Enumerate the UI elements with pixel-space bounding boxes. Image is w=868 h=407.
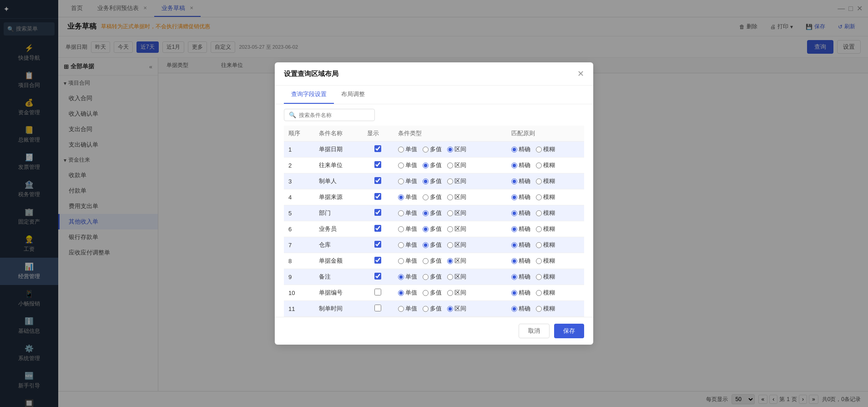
- radio-match-模糊[interactable]: 模糊: [536, 305, 555, 313]
- modal-table-row: 1单据日期单值多值区间精确模糊: [284, 142, 584, 158]
- radio-condition-单值[interactable]: 单值: [398, 289, 417, 297]
- row-show-checkbox[interactable]: [374, 241, 381, 248]
- row-order: 5: [284, 205, 314, 221]
- radio-match-模糊[interactable]: 模糊: [536, 145, 555, 153]
- row-show-checkbox[interactable]: [374, 273, 381, 280]
- row-show-cell: [363, 253, 393, 269]
- radio-match-精确[interactable]: 精确: [511, 145, 530, 153]
- modal-table-row: 3制单人单值多值区间精确模糊: [284, 173, 584, 189]
- radio-match-模糊[interactable]: 模糊: [536, 273, 555, 281]
- row-show-checkbox[interactable]: [374, 225, 381, 232]
- radio-condition-区间[interactable]: 区间: [447, 225, 466, 233]
- radio-condition-区间[interactable]: 区间: [447, 193, 466, 201]
- radio-condition-区间[interactable]: 区间: [447, 289, 466, 297]
- radio-match-精确[interactable]: 精确: [511, 193, 530, 201]
- row-order: 2: [284, 158, 314, 173]
- row-order: 1: [284, 142, 314, 158]
- row-show-checkbox[interactable]: [374, 257, 381, 264]
- radio-condition-单值[interactable]: 单值: [398, 161, 417, 169]
- radio-match-模糊[interactable]: 模糊: [536, 257, 555, 265]
- radio-condition-单值[interactable]: 单值: [398, 209, 417, 217]
- modal-search-box: 🔍: [284, 109, 375, 121]
- radio-condition-多值[interactable]: 多值: [423, 193, 442, 201]
- radio-condition-多值[interactable]: 多值: [423, 209, 442, 217]
- radio-match-精确[interactable]: 精确: [511, 257, 530, 265]
- radio-condition-多值[interactable]: 多值: [423, 257, 442, 265]
- col-order: 顺序: [284, 126, 314, 142]
- row-show-checkbox[interactable]: [374, 161, 381, 168]
- row-condition-type: 单值多值区间: [394, 173, 507, 189]
- radio-match-模糊[interactable]: 模糊: [536, 225, 555, 233]
- radio-match-模糊[interactable]: 模糊: [536, 289, 555, 297]
- radio-match-精确[interactable]: 精确: [511, 289, 530, 297]
- radio-condition-多值[interactable]: 多值: [423, 225, 442, 233]
- radio-match-精确[interactable]: 精确: [511, 273, 530, 281]
- radio-match-模糊[interactable]: 模糊: [536, 193, 555, 201]
- radio-match-模糊[interactable]: 模糊: [536, 161, 555, 169]
- col-match-principle: 匹配原则: [507, 126, 584, 142]
- row-show-checkbox[interactable]: [374, 305, 381, 311]
- row-order: 11: [284, 301, 314, 317]
- radio-condition-单值[interactable]: 单值: [398, 257, 417, 265]
- row-condition-type: 单值多值区间: [394, 285, 507, 301]
- row-order: 8: [284, 253, 314, 269]
- row-show-checkbox[interactable]: [374, 177, 381, 184]
- row-condition-name: 制单人: [314, 173, 363, 189]
- row-show-checkbox[interactable]: [374, 145, 381, 152]
- modal-dialog: 设置查询区域布局 ✕ 查询字段设置 布局调整 🔍 顺序 条件名称 显示: [275, 62, 593, 345]
- radio-match-模糊[interactable]: 模糊: [536, 241, 555, 249]
- modal-cancel-button[interactable]: 取消: [519, 324, 550, 338]
- radio-match-精确[interactable]: 精确: [511, 241, 530, 249]
- row-condition-type: 单值多值区间: [394, 205, 507, 221]
- radio-condition-区间[interactable]: 区间: [447, 161, 466, 169]
- row-match-principle: 精确模糊: [507, 173, 584, 189]
- row-condition-name: 制单时间: [314, 301, 363, 317]
- radio-condition-区间[interactable]: 区间: [447, 241, 466, 249]
- radio-match-精确[interactable]: 精确: [511, 305, 530, 313]
- radio-condition-区间[interactable]: 区间: [447, 305, 466, 313]
- row-condition-name: 单据来源: [314, 189, 363, 205]
- radio-condition-单值[interactable]: 单值: [398, 145, 417, 153]
- row-match-principle: 精确模糊: [507, 253, 584, 269]
- radio-condition-单值[interactable]: 单值: [398, 177, 417, 185]
- radio-condition-多值[interactable]: 多值: [423, 241, 442, 249]
- modal-table-row: 8单据金额单值多值区间精确模糊: [284, 253, 584, 269]
- radio-condition-多值[interactable]: 多值: [423, 177, 442, 185]
- radio-condition-多值[interactable]: 多值: [423, 161, 442, 169]
- row-show-checkbox[interactable]: [374, 289, 381, 295]
- row-show-checkbox[interactable]: [374, 209, 381, 216]
- radio-condition-单值[interactable]: 单值: [398, 305, 417, 313]
- radio-match-精确[interactable]: 精确: [511, 225, 530, 233]
- row-order: 6: [284, 221, 314, 237]
- radio-match-精确[interactable]: 精确: [511, 161, 530, 169]
- radio-condition-单值[interactable]: 单值: [398, 241, 417, 249]
- row-show-cell: [363, 158, 393, 173]
- row-condition-name: 单据编号: [314, 285, 363, 301]
- modal-tab-layout-adjust[interactable]: 布局调整: [334, 86, 372, 104]
- row-show-checkbox[interactable]: [374, 193, 381, 200]
- radio-condition-区间[interactable]: 区间: [447, 177, 466, 185]
- radio-match-模糊[interactable]: 模糊: [536, 177, 555, 185]
- radio-condition-区间[interactable]: 区间: [447, 145, 466, 153]
- row-match-principle: 精确模糊: [507, 189, 584, 205]
- radio-condition-单值[interactable]: 单值: [398, 273, 417, 281]
- modal-search-input[interactable]: [299, 112, 370, 118]
- radio-condition-多值[interactable]: 多值: [423, 289, 442, 297]
- radio-condition-多值[interactable]: 多值: [423, 145, 442, 153]
- radio-match-精确[interactable]: 精确: [511, 177, 530, 185]
- radio-match-模糊[interactable]: 模糊: [536, 209, 555, 217]
- modal-table-row: 6业务员单值多值区间精确模糊: [284, 221, 584, 237]
- radio-condition-多值[interactable]: 多值: [423, 273, 442, 281]
- radio-condition-区间[interactable]: 区间: [447, 273, 466, 281]
- radio-condition-单值[interactable]: 单值: [398, 225, 417, 233]
- modal-save-button[interactable]: 保存: [554, 324, 584, 338]
- modal-overlay: 设置查询区域布局 ✕ 查询字段设置 布局调整 🔍 顺序 条件名称 显示: [0, 0, 868, 407]
- radio-condition-区间[interactable]: 区间: [447, 209, 466, 217]
- radio-match-精确[interactable]: 精确: [511, 209, 530, 217]
- modal-close-button[interactable]: ✕: [577, 69, 584, 79]
- row-condition-type: 单值多值区间: [394, 142, 507, 158]
- radio-condition-单值[interactable]: 单值: [398, 193, 417, 201]
- radio-condition-区间[interactable]: 区间: [447, 257, 466, 265]
- modal-tab-field-settings[interactable]: 查询字段设置: [284, 86, 334, 104]
- radio-condition-多值[interactable]: 多值: [423, 305, 442, 313]
